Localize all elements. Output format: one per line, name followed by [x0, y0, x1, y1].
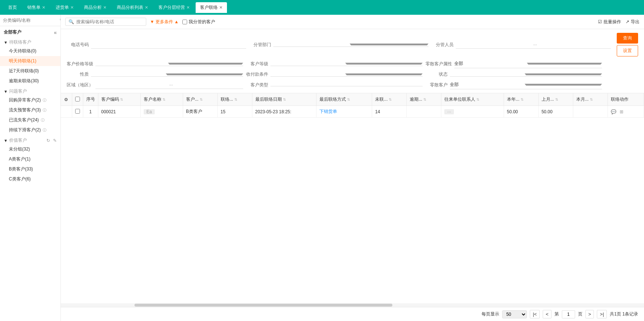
region-dots-icon: ···	[169, 82, 244, 87]
nav-home[interactable]: 首页	[4, 2, 21, 13]
retail-attr-chevron-icon	[527, 63, 602, 65]
sidebar-item-tomorrow-contact[interactable]: 明天待联络(1)	[0, 56, 60, 66]
nav-sales[interactable]: 销售单 ✕	[23, 2, 50, 13]
batch-ops-icon: ☑	[598, 19, 602, 24]
retail-customer-select[interactable]: 全部	[450, 80, 602, 89]
nature-select[interactable]	[91, 72, 243, 77]
nav-customer-tier[interactable]: 客户分层经营 ✕	[154, 2, 194, 13]
sidebar-item-class-a[interactable]: A类客户(1)	[0, 154, 60, 164]
retail-attr-select[interactable]: 全部	[454, 59, 602, 68]
my-customers-checkbox-label[interactable]: 我分管的客户	[182, 19, 215, 25]
sort-icon-date[interactable]: ⇅	[283, 97, 286, 101]
sort-icon-contact-person[interactable]: ⇅	[476, 97, 479, 101]
sort-icon-contact[interactable]: ⇅	[234, 97, 237, 101]
customer-table: ⚙ 序号 客户编码⇅ 客户名称⇅ 客户...⇅	[61, 93, 644, 118]
price-level-select[interactable]	[95, 62, 243, 66]
scrollbar-thumb[interactable]	[134, 304, 392, 307]
sort-icon-name[interactable]: ⇅	[162, 97, 165, 101]
sidebar-item-repurchase-abnormal[interactable]: 回购异常客户(2) ⓘ	[0, 95, 60, 105]
footer-pagination: 每页显示 50 100 200 |< < 第 页 > >| 共1页 1条记录	[61, 307, 644, 321]
manager-select[interactable]: ···	[456, 41, 611, 49]
query-button[interactable]: 查询	[617, 33, 638, 44]
sidebar-item-7days-contact[interactable]: 近7天待联络(0)	[0, 66, 60, 76]
action-chat-icon[interactable]: 💬	[611, 109, 616, 114]
col-seq: 序号	[83, 93, 98, 106]
dept-field: 分管部门	[249, 42, 428, 48]
last-contact-method-link[interactable]: 下销货单	[319, 109, 337, 114]
more-conditions-btn[interactable]: ▼ 更多条件 ▲	[150, 19, 179, 25]
row-customer-code: 000021	[98, 106, 140, 118]
chevron-up-icon: ▲	[174, 19, 179, 24]
status-select[interactable]	[450, 72, 602, 77]
close-customer-tier-tab[interactable]: ✕	[186, 5, 190, 10]
sort-icon-last-month[interactable]: ⇅	[555, 97, 558, 101]
filter-row-2: 客户价格等级 客户等级 零散客户属性 全部	[67, 59, 638, 68]
sidebar-item-ungrouped[interactable]: 未分组(32)	[0, 144, 60, 154]
data-table-wrap: ⚙ 序号 客户编码⇅ 客户名称⇅ 客户...⇅	[61, 93, 644, 303]
close-sales-tab[interactable]: ✕	[42, 5, 45, 10]
payment-field: 收付款条件	[246, 71, 423, 77]
col-overdue: 逾期...⇅	[407, 93, 441, 106]
horizontal-scrollbar[interactable]	[61, 303, 644, 307]
col-contact-person: 往来单位联系人⇅	[441, 93, 504, 106]
filter-row-1: 电话号码 分管部门 分管人员 ···	[67, 33, 638, 56]
my-customers-checkbox[interactable]	[182, 20, 187, 24]
customer-level-select[interactable]	[270, 62, 423, 66]
sidebar-search-input[interactable]	[3, 18, 58, 23]
first-page-btn[interactable]: |<	[530, 310, 540, 318]
row-gear	[61, 106, 72, 118]
close-product-list-tab[interactable]: ✕	[145, 5, 148, 10]
sort-icon-unloved[interactable]: ⇅	[389, 97, 392, 101]
action-grid-icon[interactable]: ⊞	[620, 109, 623, 114]
page-size-select[interactable]: 50 100 200	[502, 310, 527, 318]
sidebar-item-churned[interactable]: 已流失客户(24) ⓘ	[0, 115, 60, 125]
region-select[interactable]: ···	[95, 81, 243, 89]
row-customer-name: Ea	[140, 106, 183, 118]
next-page-btn[interactable]: >	[585, 310, 594, 318]
sort-icon-overdue[interactable]: ⇅	[423, 97, 426, 101]
row-customer-type: B类客户	[183, 106, 217, 118]
payment-select[interactable]	[270, 72, 423, 77]
contact-person-blurred: ···	[444, 109, 454, 114]
nav-purchase[interactable]: 进货单 ✕	[51, 2, 78, 13]
nav-customer-contact[interactable]: 客户联络 ✕	[196, 2, 227, 13]
close-product-analysis-tab[interactable]: ✕	[103, 5, 106, 10]
last-page-btn[interactable]: >|	[597, 310, 607, 318]
row-seq: 1	[83, 106, 98, 118]
row-last-contact-method: 下销货单	[316, 106, 372, 118]
batch-ops-btn[interactable]: ☑ 批量操作	[598, 19, 621, 25]
reset-button[interactable]: 设置	[617, 45, 638, 56]
main-search-input[interactable]	[76, 19, 143, 24]
sort-icon-type[interactable]: ⇅	[200, 97, 203, 101]
page-input[interactable]	[562, 310, 575, 318]
export-icon: ↗	[626, 19, 629, 24]
sidebar-item-today-contact[interactable]: 今天待联络(0)	[0, 46, 60, 56]
price-level-field: 客户价格等级	[67, 61, 243, 67]
sort-icon-method[interactable]: ⇅	[347, 97, 350, 101]
sidebar-item-churn-warning[interactable]: 流失预警客户(3) ⓘ	[0, 105, 60, 115]
status-field: 状态	[426, 71, 602, 77]
sidebar-collapse-btn[interactable]: «	[54, 30, 57, 35]
sort-icon-year[interactable]: ⇅	[521, 97, 524, 101]
sidebar-item-class-c[interactable]: C类客户(6)	[0, 174, 60, 184]
row-actions: 💬 ⊞	[608, 106, 644, 118]
row-contact-count: 15	[217, 106, 252, 118]
export-btn[interactable]: ↗ 导出	[626, 19, 640, 25]
close-purchase-tab[interactable]: ✕	[70, 5, 74, 10]
sidebar-item-overdue-contact[interactable]: 逾期未联络(30)	[0, 76, 60, 86]
gear-icon[interactable]: ⚙	[64, 97, 68, 102]
nav-product-analysis-list[interactable]: 商品分析列表 ✕	[112, 2, 153, 13]
sidebar-item-declining[interactable]: 持续下滑客户(2) ⓘ	[0, 125, 60, 135]
sort-icon-this-month[interactable]: ⇅	[590, 97, 593, 101]
sidebar-item-class-b[interactable]: B类客户(33)	[0, 164, 60, 174]
phone-input[interactable]	[91, 41, 246, 49]
customer-type-select[interactable]	[270, 84, 423, 86]
close-customer-contact-tab[interactable]: ✕	[219, 5, 223, 10]
select-all-checkbox[interactable]	[75, 97, 80, 101]
dept-select[interactable]	[273, 42, 428, 47]
table-header-row: ⚙ 序号 客户编码⇅ 客户名称⇅ 客户...⇅	[61, 93, 644, 106]
sort-icon-code[interactable]: ⇅	[120, 97, 123, 101]
prev-page-btn[interactable]: <	[543, 310, 552, 318]
nav-product-analysis[interactable]: 商品分析 ✕	[80, 2, 111, 13]
row-select-checkbox[interactable]	[75, 109, 80, 114]
